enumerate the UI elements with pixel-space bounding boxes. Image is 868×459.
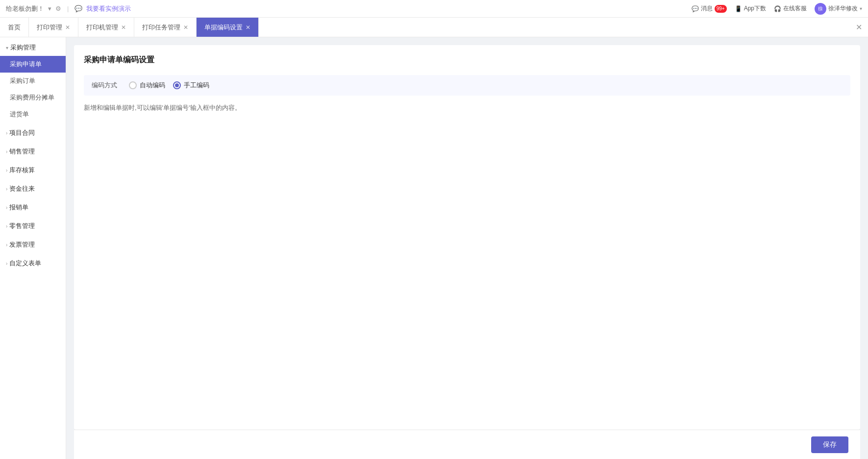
arrow-right-icon-inventory: ›	[6, 168, 7, 173]
sidebar-group-returns: › 报销单	[0, 199, 66, 216]
arrow-right-icon-retail: ›	[6, 224, 7, 229]
sidebar-group-title-funds[interactable]: › 资金往来	[0, 180, 66, 197]
arrow-right-icon-returns: ›	[6, 205, 7, 210]
top-bar: 给老板勿删！ ▾ ⚙ | 💬 我要看实例演示 💬 消息 99+ 📱 App下数 …	[0, 0, 868, 18]
tab-close-printer-mgmt[interactable]: ✕	[121, 25, 126, 30]
encoding-label: 编码方式	[92, 81, 117, 90]
sidebar-item-purchase-expense[interactable]: 采购费用分摊单	[0, 89, 66, 106]
radio-manual-icon	[173, 81, 181, 89]
top-bar-left: 给老板勿删！ ▾ ⚙ | 💬 我要看实例演示	[6, 4, 131, 13]
sidebar-group-title-custom-form[interactable]: › 自定义表单	[0, 255, 66, 272]
sidebar-item-purchase-request[interactable]: 采购申请单	[0, 56, 66, 73]
sidebar-group-title-project[interactable]: › 项目合同	[0, 125, 66, 141]
sidebar-group-purchase: ▾ 采购管理 采购申请单 采购订单 采购费用分摊单 进货单	[0, 39, 66, 123]
sidebar: ▾ 采购管理 采购申请单 采购订单 采购费用分摊单 进货单 › 项目合同	[0, 37, 66, 459]
user-dropdown-icon: ▾	[860, 6, 862, 11]
arrow-right-icon-project: ›	[6, 130, 7, 136]
save-button[interactable]: 保存	[811, 436, 848, 453]
radio-manual-code[interactable]: 手工编码	[173, 81, 209, 90]
tab-bar-close-all[interactable]: ✕	[850, 18, 868, 37]
service-icon: 🎧	[774, 5, 781, 12]
radio-group: 自动编码 手工编码	[129, 81, 209, 90]
sidebar-group-inventory: › 库存核算	[0, 162, 66, 178]
online-service-item[interactable]: 🎧 在线客服	[774, 4, 807, 13]
sidebar-group-project: › 项目合同	[0, 125, 66, 141]
demo-icon: 💬	[74, 5, 82, 12]
message-item[interactable]: 💬 消息 99+	[692, 4, 727, 13]
sidebar-group-title-retail[interactable]: › 零售管理	[0, 218, 66, 234]
hint-text: 新增和编辑单据时,可以编辑'单据编号'输入框中的内容。	[84, 103, 850, 112]
page-title: 采购申请单编码设置	[84, 55, 850, 65]
sidebar-group-title-sales[interactable]: › 销售管理	[0, 143, 66, 160]
sidebar-group-retail: › 零售管理	[0, 218, 66, 234]
arrow-right-icon-custom-form: ›	[6, 261, 7, 266]
arrow-right-icon-invoice: ›	[6, 242, 7, 248]
tab-printer-mgmt[interactable]: 打印机管理 ✕	[78, 18, 134, 37]
tab-bar: 首页 打印管理 ✕ 打印机管理 ✕ 打印任务管理 ✕ 单据编码设置 ✕ ✕	[0, 18, 868, 37]
sidebar-group-custom-form: › 自定义表单	[0, 255, 66, 272]
content-area: 采购申请单编码设置 编码方式 自动编码 手工编码 新增和编辑单据时,可以编辑'单…	[66, 37, 868, 459]
brand-text: 给老板勿删！	[6, 4, 44, 13]
tab-close-doc-code[interactable]: ✕	[246, 25, 250, 30]
tab-print-task[interactable]: 打印任务管理 ✕	[134, 18, 197, 37]
user-name: 徐泽华修改	[828, 4, 858, 13]
encoding-row: 编码方式 自动编码 手工编码	[84, 75, 850, 96]
radio-auto-code[interactable]: 自动编码	[129, 81, 165, 90]
sidebar-item-inbound[interactable]: 进货单	[0, 106, 66, 123]
content-inner: 采购申请单编码设置 编码方式 自动编码 手工编码 新增和编辑单据时,可以编辑'单…	[74, 45, 860, 430]
manual-code-label: 手工编码	[184, 81, 209, 90]
footer-bar: 保存	[74, 430, 860, 459]
sidebar-group-title-purchase[interactable]: ▾ 采购管理	[0, 39, 66, 56]
sidebar-group-title-returns[interactable]: › 报销单	[0, 199, 66, 216]
tab-print-mgmt[interactable]: 打印管理 ✕	[29, 18, 78, 37]
tab-close-print-task[interactable]: ✕	[183, 25, 188, 30]
demo-text[interactable]: 我要看实例演示	[86, 4, 131, 13]
sidebar-group-funds: › 资金往来	[0, 180, 66, 197]
arrow-right-icon-funds: ›	[6, 186, 7, 192]
auto-code-label: 自动编码	[140, 81, 165, 90]
arrow-down-icon: ▾	[6, 45, 8, 51]
app-download-item[interactable]: 📱 App下数	[735, 4, 766, 13]
message-label: 消息	[701, 4, 713, 13]
dropdown-icon[interactable]: ▾	[48, 5, 51, 12]
tab-home[interactable]: 首页	[0, 18, 29, 37]
settings-icon[interactable]: ⚙	[55, 5, 61, 12]
online-service-label: 在线客服	[783, 4, 807, 13]
sidebar-group-invoice: › 发票管理	[0, 236, 66, 253]
sidebar-group-title-invoice[interactable]: › 发票管理	[0, 236, 66, 253]
msg-icon: 💬	[692, 5, 699, 12]
tab-close-print-mgmt[interactable]: ✕	[65, 25, 70, 30]
sidebar-group-sales: › 销售管理	[0, 143, 66, 160]
user-profile[interactable]: 徐 徐泽华修改 ▾	[815, 3, 862, 15]
app-icon: 📱	[735, 5, 742, 12]
top-bar-right: 💬 消息 99+ 📱 App下数 🎧 在线客服 徐 徐泽华修改 ▾	[692, 3, 862, 15]
sidebar-group-title-inventory[interactable]: › 库存核算	[0, 162, 66, 178]
avatar: 徐	[815, 3, 826, 15]
app-download-label: App下数	[744, 4, 766, 13]
arrow-right-icon-sales: ›	[6, 149, 7, 154]
message-badge: 99+	[715, 5, 727, 13]
radio-auto-icon	[129, 81, 137, 89]
tab-doc-code[interactable]: 单据编码设置 ✕	[197, 18, 259, 37]
main-layout: ▾ 采购管理 采购申请单 采购订单 采购费用分摊单 进货单 › 项目合同	[0, 37, 868, 459]
sidebar-item-purchase-order[interactable]: 采购订单	[0, 73, 66, 89]
